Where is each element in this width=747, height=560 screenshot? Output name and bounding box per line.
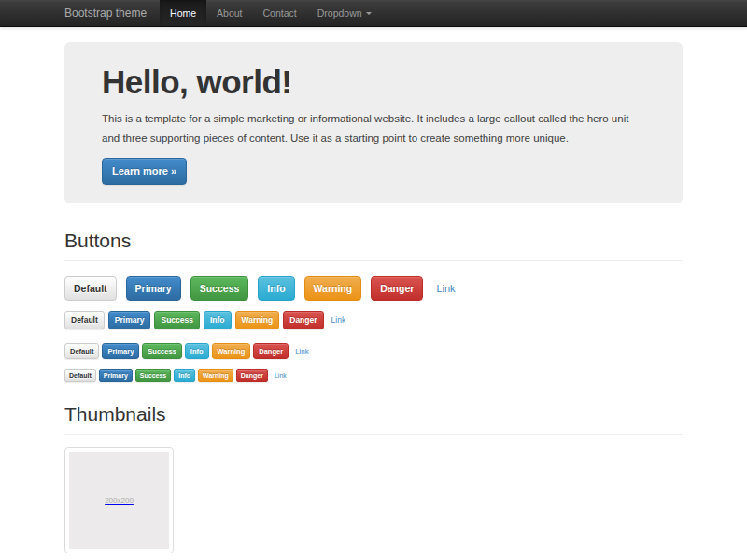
navbar-container: Bootstrap theme Home About Contact Dropd… xyxy=(64,0,683,26)
button-lg-warning[interactable]: Warning xyxy=(304,276,362,301)
button-row-small: DefaultPrimarySuccessInfoWarningDangerLi… xyxy=(64,343,683,359)
button-sm-info[interactable]: Info xyxy=(185,343,209,359)
button-row-extra-small: DefaultPrimarySuccessInfoWarningDangerLi… xyxy=(64,369,683,382)
button-md-success[interactable]: Success xyxy=(154,311,200,329)
button-xs-danger[interactable]: Danger xyxy=(236,369,268,382)
button-row-large: DefaultPrimarySuccessInfoWarningDangerLi… xyxy=(64,276,683,301)
button-md-default[interactable]: Default xyxy=(64,311,105,329)
hero-paragraph: This is a template for a simple marketin… xyxy=(102,109,645,147)
button-xs-warning[interactable]: Warning xyxy=(198,369,233,382)
nav-item-about[interactable]: About xyxy=(206,0,252,26)
button-xs-info[interactable]: Info xyxy=(174,369,195,382)
button-sm-primary[interactable]: Primary xyxy=(102,343,139,359)
button-lg-info[interactable]: Info xyxy=(258,276,294,301)
button-row-default: DefaultPrimarySuccessInfoWarningDangerLi… xyxy=(64,311,683,329)
thumbnails-heading: Thumbnails xyxy=(64,403,683,435)
buttons-heading: Buttons xyxy=(64,230,683,261)
button-md-primary[interactable]: Primary xyxy=(108,311,151,329)
button-sm-success[interactable]: Success xyxy=(142,343,181,359)
button-sm-link[interactable]: Link xyxy=(295,347,309,356)
hero-paragraph-line2: and three supporting pieces of content. … xyxy=(102,129,645,148)
button-sm-warning[interactable]: Warning xyxy=(212,343,251,359)
button-md-warning[interactable]: Warning xyxy=(235,311,280,329)
nav-item-dropdown-label: Dropdown xyxy=(317,0,362,26)
button-lg-primary[interactable]: Primary xyxy=(126,276,181,301)
placeholder-label: 200x200 xyxy=(105,497,134,505)
button-md-info[interactable]: Info xyxy=(204,311,232,329)
navbar-brand[interactable]: Bootstrap theme xyxy=(64,0,160,26)
learn-more-button[interactable]: Learn more » xyxy=(102,158,187,185)
button-lg-link[interactable]: Link xyxy=(436,283,455,294)
nav-item-dropdown[interactable]: Dropdown xyxy=(307,0,382,26)
buttons-section: Buttons DefaultPrimarySuccessInfoWarning… xyxy=(64,230,683,382)
button-sm-default[interactable]: Default xyxy=(64,343,99,359)
thumbnail[interactable]: 200x200 xyxy=(64,447,174,553)
button-sm-danger[interactable]: Danger xyxy=(253,343,289,359)
button-lg-default[interactable]: Default xyxy=(64,276,117,301)
hero-paragraph-line1: This is a template for a simple marketin… xyxy=(102,109,645,129)
nav-item-home[interactable]: Home xyxy=(160,0,206,26)
button-md-danger[interactable]: Danger xyxy=(283,311,323,329)
button-xs-link[interactable]: Link xyxy=(275,372,287,379)
thumbnails-section: Thumbnails 200x200 xyxy=(64,403,683,553)
nav-item-contact[interactable]: Contact xyxy=(253,0,307,26)
button-xs-primary[interactable]: Primary xyxy=(99,369,133,382)
hero-unit: Hello, world! This is a template for a s… xyxy=(64,42,683,203)
main-content: Hello, world! This is a template for a s… xyxy=(64,42,683,553)
placeholder-image: 200x200 xyxy=(69,452,169,549)
button-lg-danger[interactable]: Danger xyxy=(371,276,423,301)
navbar-nav: Home About Contact Dropdown xyxy=(160,0,382,26)
button-lg-success[interactable]: Success xyxy=(190,276,249,301)
button-xs-success[interactable]: Success xyxy=(135,369,171,382)
hero-title: Hello, world! xyxy=(102,63,645,101)
navbar: Bootstrap theme Home About Contact Dropd… xyxy=(0,0,747,27)
caret-down-icon xyxy=(366,12,372,15)
button-md-link[interactable]: Link xyxy=(331,315,346,325)
button-xs-default[interactable]: Default xyxy=(64,369,96,382)
